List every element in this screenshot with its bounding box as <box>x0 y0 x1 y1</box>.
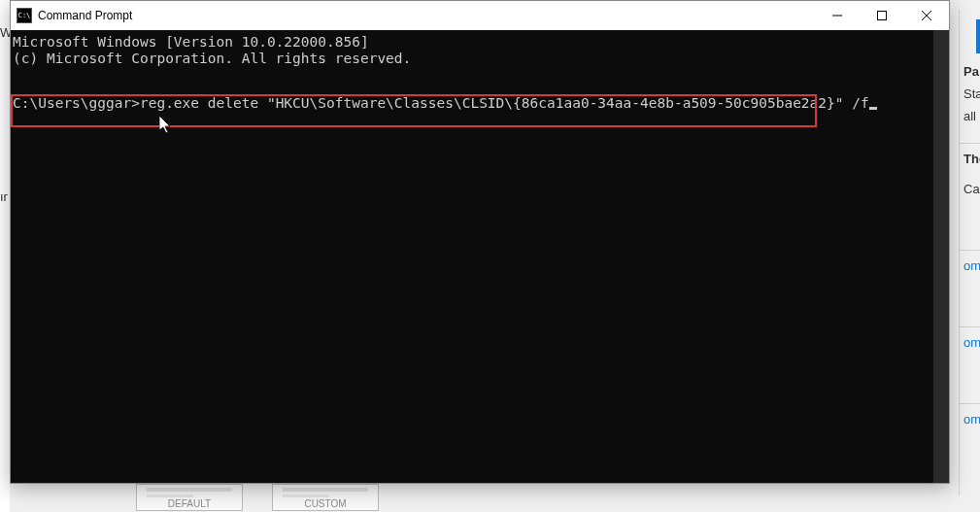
titlebar[interactable]: C:\ Command Prompt <box>11 1 949 30</box>
bg-left-char: ır <box>0 189 8 204</box>
bg-right-label: om N <box>960 403 980 434</box>
close-button[interactable] <box>904 1 949 30</box>
terminal-area[interactable]: Microsoft Windows [Version 10.0.22000.85… <box>11 30 949 483</box>
terminal-output-line: Microsoft Windows [Version 10.0.22000.85… <box>13 34 947 51</box>
terminal-output-line: (c) Microsoft Corporation. All rights re… <box>13 51 947 67</box>
minimize-button[interactable] <box>815 1 860 30</box>
window-title: Command Prompt <box>38 9 815 22</box>
bg-right-label: Sta <box>960 86 980 109</box>
svg-rect-1 <box>878 12 887 20</box>
template-card-custom[interactable]: CUSTOM <box>272 484 379 511</box>
bg-right-label: all <box>960 109 980 143</box>
maximize-button[interactable] <box>860 1 904 30</box>
mouse-cursor-icon <box>159 116 173 135</box>
terminal-prompt: C:\Users\gggar> <box>13 95 140 111</box>
text-cursor <box>869 107 877 110</box>
template-card-default[interactable]: DEFAULT <box>136 484 243 511</box>
bg-right-label: om T <box>960 250 980 326</box>
accent-bar <box>976 19 980 53</box>
cmd-icon: C:\ <box>17 8 32 23</box>
bg-right-label: Cap <box>960 174 980 250</box>
background-right-panel: Pa Sta all The Cap om T om E om N <box>959 10 980 495</box>
terminal-command-input[interactable]: reg.exe delete "HKCU\Software\Classes\CL… <box>140 95 869 111</box>
command-prompt-window: C:\ Command Prompt Microsoft Windows [Ve… <box>10 0 950 484</box>
background-left-edge: W ır <box>0 0 10 512</box>
bg-right-label: om E <box>960 326 980 403</box>
bg-right-label: The <box>960 143 980 174</box>
vertical-scrollbar[interactable] <box>933 30 949 483</box>
background-bottom-templates: DEFAULT CUSTOM <box>136 484 379 511</box>
